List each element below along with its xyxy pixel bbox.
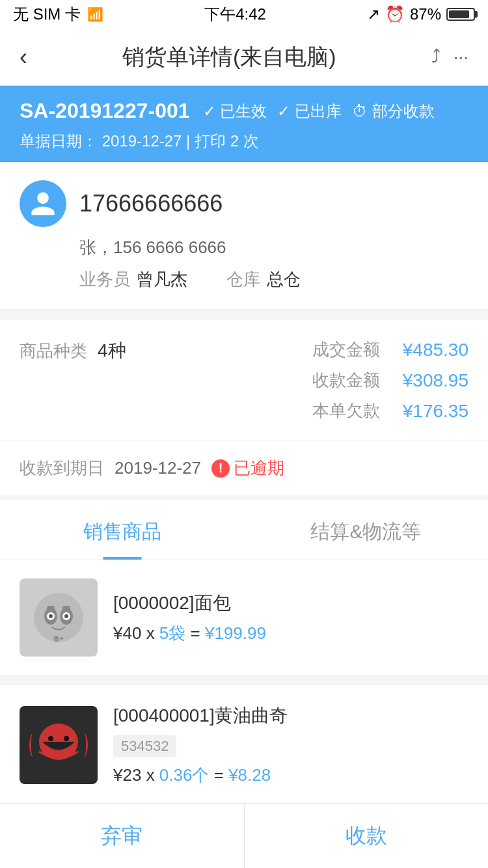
product-qty-1: 5袋 (159, 623, 185, 643)
customer-phone: 17666666666 (79, 190, 223, 217)
debt-value: ¥176.35 (390, 401, 468, 422)
due-section: 收款到期日 2019-12-27 ! 已逾期 (0, 441, 488, 500)
deal-value: ¥485.30 (390, 340, 468, 360)
status-active: ✓ 已生效 (203, 101, 267, 122)
status-partial: ⏱ 部分收款 (352, 101, 435, 122)
product-info-2: [000400001]黄油曲奇 534532 ¥23 x 0.36个 = ¥8.… (113, 703, 468, 787)
avatar (20, 180, 66, 227)
wifi-icon: 📶 (87, 7, 103, 22)
product-thumbnail-2 (20, 706, 98, 784)
customer-section: 17666666666 张，156 6666 6666 业务员 曾凡杰 仓库 总… (0, 162, 488, 310)
product-name-1: [0000002]面包 (113, 591, 468, 616)
svg-point-5 (49, 614, 53, 618)
battery-text: 87% (410, 5, 441, 23)
status-time: 下午4:42 (204, 4, 266, 25)
product-qty-2: 0.36个 (159, 765, 210, 785)
alarm-icon: ⏰ (385, 5, 405, 23)
banner-date-row: 单据日期： 2019-12-27 | 打印 2 次 (20, 131, 468, 152)
received-row: 收款金额 ¥308.95 (312, 369, 468, 392)
due-date: 2019-12-27 (115, 458, 201, 478)
category-value: 4种 (98, 338, 126, 363)
bottom-bar: 弃审 收款 (0, 803, 488, 868)
product-name-2: [000400001]黄油曲奇 (113, 703, 468, 728)
warehouse-meta: 仓库 总仓 (226, 268, 301, 291)
carrier-text: 无 SIM 卡 (13, 4, 81, 25)
divider-1 (0, 310, 488, 320)
received-label: 收款金额 (312, 369, 380, 392)
nav-actions: ⤴ ··· (431, 47, 468, 68)
due-label: 收款到期日 (20, 457, 104, 480)
product-price-2: ¥23 x 0.36个 = ¥8.28 (113, 764, 468, 787)
status-shipped: ✓ 已出库 (277, 101, 342, 122)
product-info-1: [0000002]面包 ¥40 x 5袋 = ¥199.99 (113, 591, 468, 645)
status-bar: 无 SIM 卡 📶 下午4:42 ↗ ⏰ 87% (0, 0, 488, 29)
tab-products-label: 销售商品 (83, 521, 161, 542)
product-price-1: ¥40 x 5袋 = ¥199.99 (113, 622, 468, 645)
deal-label: 成交金额 (312, 338, 380, 361)
summary-right: 成交金额 ¥485.30 收款金额 ¥308.95 本单欠款 ¥176.35 (312, 338, 468, 422)
tabs: 销售商品 结算&物流等 (0, 500, 488, 560)
product-total-2: ¥8.28 (228, 765, 271, 785)
summary-section: 商品种类 4种 成交金额 ¥485.30 收款金额 ¥308.95 本单欠款 ¥… (0, 320, 488, 441)
nav-bar: ‹ 销货单详情(来自电脑) ⤴ ··· (0, 29, 488, 86)
sales-name: 曾凡杰 (137, 268, 187, 291)
product-base-price-1: ¥40 (113, 623, 141, 643)
tab-settlement-label: 结算&物流等 (310, 521, 421, 542)
customer-meta: 业务员 曾凡杰 仓库 总仓 (20, 268, 468, 291)
product-card-2: [000400001]黄油曲奇 534532 ¥23 x 0.36个 = ¥8.… (0, 685, 488, 805)
svg-rect-8 (62, 606, 70, 611)
sales-meta: 业务员 曾凡杰 (79, 268, 187, 291)
debt-label: 本单欠款 (312, 400, 380, 422)
product-card: 鲁+ [0000002]面包 ¥40 x 5袋 = ¥199.99 (0, 560, 488, 675)
product-image-2 (20, 706, 98, 784)
product-image-1: 鲁+ (20, 578, 98, 657)
header-banner: SA-20191227-001 ✓ 已生效 ✓ 已出库 ⏱ 部分收款 单据日期：… (0, 86, 488, 162)
product-total-1: ¥199.99 (205, 623, 266, 643)
overdue-icon: ! (211, 459, 230, 478)
location-icon: ↗ (367, 5, 380, 23)
summary-left: 商品种类 4种 (20, 338, 126, 363)
user-icon (29, 189, 57, 218)
overdue-badge: ! 已逾期 (211, 457, 284, 480)
product-base-price-2: ¥23 (113, 765, 141, 785)
svg-point-6 (64, 614, 68, 618)
category-label: 商品种类 (20, 340, 87, 362)
confirm-button[interactable]: 收款 (245, 804, 489, 868)
status-right: ↗ ⏰ 87% (367, 5, 475, 23)
tab-settlement[interactable]: 结算&物流等 (244, 500, 488, 560)
product-badge-2: 534532 (113, 735, 176, 757)
status-tags: ✓ 已生效 ✓ 已出库 ⏱ 部分收款 (203, 101, 435, 122)
order-date: 2019-12-27 (102, 132, 182, 150)
status-left: 无 SIM 卡 📶 (13, 4, 103, 25)
deal-row: 成交金额 ¥485.30 (312, 338, 468, 361)
overdue-text: 已逾期 (234, 457, 284, 480)
svg-point-15 (64, 736, 69, 741)
warehouse-name: 总仓 (267, 268, 301, 291)
debt-row: 本单欠款 ¥176.35 (312, 400, 468, 422)
svg-point-14 (48, 736, 53, 741)
warehouse-label: 仓库 (226, 268, 260, 291)
more-button[interactable]: ··· (454, 47, 468, 68)
order-id: SA-20191227-001 (20, 99, 190, 123)
product-thumbnail-1: 鲁+ (33, 591, 85, 644)
cancel-button[interactable]: 弃审 (0, 804, 245, 868)
print-info: | 打印 2 次 (186, 132, 259, 150)
svg-text:鲁+: 鲁+ (53, 635, 64, 642)
products-section: 鲁+ [0000002]面包 ¥40 x 5袋 = ¥199.99 (0, 560, 488, 805)
share-button[interactable]: ⤴ (431, 47, 441, 68)
date-label: 单据日期： (20, 132, 98, 150)
svg-rect-7 (47, 606, 55, 611)
received-value: ¥308.95 (390, 370, 468, 391)
battery-icon (446, 8, 475, 21)
sales-label: 业务员 (79, 268, 130, 291)
back-button[interactable]: ‹ (20, 44, 27, 71)
summary-grid: 商品种类 4种 成交金额 ¥485.30 收款金额 ¥308.95 本单欠款 ¥… (20, 338, 468, 422)
customer-top: 17666666666 (20, 180, 468, 227)
customer-detail: 张，156 6666 6666 (20, 236, 468, 259)
tab-products[interactable]: 销售商品 (0, 500, 244, 560)
page-title: 销货单详情(来自电脑) (122, 42, 336, 72)
